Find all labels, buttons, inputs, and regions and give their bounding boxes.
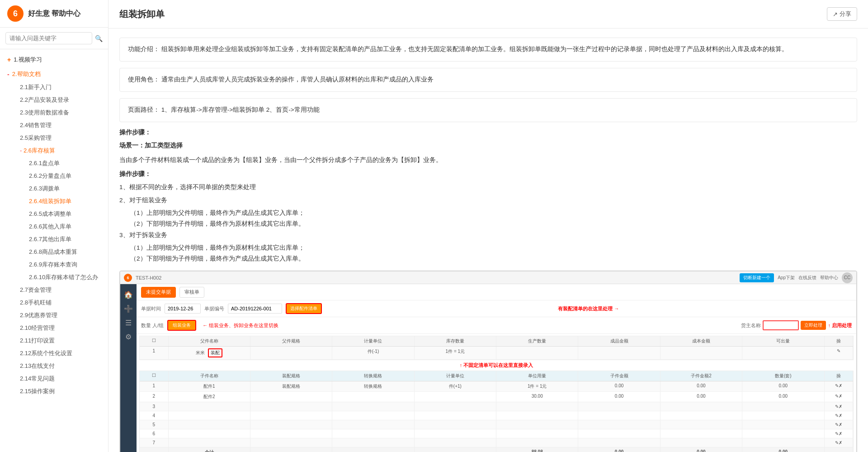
sidebar-subitems-2-6: 2.6.1盘点单 2.6.2分量盘点单 2.6.3调拨单 2.6.4组装拆卸单 … (14, 157, 108, 284)
app-topbar: 6 TEST-H002 切断新建一个 App下架 在线反馈 帮助中心 CC (120, 271, 856, 284)
sidebar-nav: + 1.视频学习 - 2.帮助文档 2.1新手入门 2.2产品安装及登录 2.3… (0, 49, 108, 452)
path-content: 1、库存核算->库存管理->组装拆卸单 2、首页->常用功能 (161, 106, 320, 113)
steps-sub-label: 操作步骤： (119, 170, 857, 178)
feature-intro-label: 功能介绍： (128, 46, 160, 52)
sidebar-item-help-docs[interactable]: - 2.帮助文档 (0, 67, 108, 81)
parent-table: ☐ 父件名称 父件规格 计量单位 库存数量 生产数量 成品金额 成本金额 可出量… (139, 336, 854, 360)
sidebar-item-2-6-2[interactable]: 2.6.2分量盘点单 (24, 170, 108, 182)
search-bar: 🔍 (0, 28, 108, 49)
role-text: 使用角色： 通常由生产人员或库管人员完成拆装业务的操作，库管人员确认原材料的出库… (128, 75, 849, 85)
sidebar-item-2-10[interactable]: 2.10经营管理 (14, 322, 108, 334)
type-btn-group: 组装业务 ← 组装业务、拆卸业务在这里切换 (167, 320, 278, 331)
sub-table-row-7: 7 ✎✗ (140, 438, 853, 447)
sidebar-item-video[interactable]: + 1.视频学习 (0, 53, 108, 67)
list-nav-icon[interactable]: ☰ (120, 316, 137, 330)
feature-intro-box: 功能介绍： 组装拆卸单用来处理企业组装或拆卸等加工业务，支持有固定装配清单的产品… (119, 38, 857, 62)
config-btn[interactable]: 选择配件清单 (286, 303, 322, 314)
content-area: 功能介绍： 组装拆卸单用来处理企业组装或拆卸等加工业务，支持有固定装配清单的产品… (108, 29, 868, 452)
sidebar-item-2-1[interactable]: 2.1新手入门 (14, 81, 108, 94)
sidebar-item-2-9[interactable]: 2.9优惠券管理 (14, 309, 108, 322)
annotation-text-2: ← 组装业务、拆卸业务在这里切换 (203, 322, 278, 329)
row1-name: 米米 (196, 350, 205, 355)
total-row: 合计 88.08 0.00 0.00 0.00 (140, 447, 853, 452)
topbar-feedback: 在线反馈 (798, 275, 816, 281)
sidebar-item-2-14[interactable]: 2.14常见问题 (14, 372, 108, 385)
col-amount: 成品金额 (578, 336, 660, 346)
role-label: 使用角色： (128, 76, 160, 83)
sub-table-row-5: 5 ✎✗ (140, 420, 853, 429)
col-prod: 生产数量 (496, 336, 578, 346)
col-action: 操 (825, 336, 854, 346)
sidebar-item-2-6-9[interactable]: 2.6.9库存账本查询 (24, 258, 108, 271)
type-assembly-btn[interactable]: 组装业务 (167, 320, 196, 331)
search-input[interactable] (5, 32, 92, 44)
date-input[interactable] (165, 304, 201, 314)
type-label: 数量 人/组 (141, 322, 164, 329)
sub-col-op: 操 (825, 371, 854, 381)
app-form-row: 单据时间 单据编号 选择配件清单 有装配清单的在这里处理 → (137, 300, 856, 317)
enable-label: 货主名称 (741, 322, 761, 329)
main-content: 组装拆卸单 ↗ 分享 功能介绍： 组装拆卸单用来处理企业组装或拆卸等加工业务，支… (108, 0, 868, 452)
sidebar-item-label: 2.帮助文档 (12, 70, 41, 78)
enable-region: 货主名称 立即处理 ↑ 启用处理 (741, 320, 852, 330)
sidebar-item-2-8[interactable]: 2.8手机旺铺 (14, 296, 108, 309)
annotated-input[interactable]: 装配 (208, 348, 222, 357)
sidebar-item-2-15[interactable]: 2.15操作案例 (14, 385, 108, 398)
step-3-sub2: （2）下部明细为子件明细，最终作为产成品生成其它入库单。 (119, 253, 857, 264)
sidebar-item-2-6-6[interactable]: 2.6.6其他入库单 (24, 220, 108, 233)
collapse-icon-2-6: - (20, 147, 22, 154)
sidebar-item-2-6-label: 2.6库存核算 (24, 147, 55, 154)
sidebar-item-2-6-4[interactable]: 2.6.4组装拆卸单 (24, 195, 108, 208)
toolbar-btn-review[interactable]: 审核单 (179, 287, 204, 298)
path-text: 页面路径： 1、库存核算->库存管理->组装拆卸单 2、首页->常用功能 (128, 105, 849, 115)
confirm-btn[interactable]: 立即处理 (801, 321, 826, 330)
sidebar-item-2-6-1[interactable]: 2.6.1盘点单 (24, 157, 108, 170)
sub-col-unit: 计量单位 (415, 371, 496, 381)
sidebar-item-2-2[interactable]: 2.2产品安装及登录 (14, 94, 108, 106)
share-label: 分享 (840, 10, 851, 18)
add-nav-icon[interactable]: ➕ (120, 302, 137, 316)
search-button[interactable]: 🔍 (95, 35, 103, 42)
sub-table: ☐ 子件名称 装配规格 转换规格 计量单位 单位用量 子件金额 子件金额2 数量… (139, 371, 854, 452)
sidebar-item-2-12[interactable]: 2.12系统个性化设置 (14, 347, 108, 360)
annotation-text-4: ↑ 不固定清单可以在这里直接录入 (137, 362, 856, 369)
annotation-text-3: ↑ 启用处理 (828, 322, 852, 329)
sidebar-item-2-13[interactable]: 2.13在线支付 (14, 360, 108, 372)
app-toolbar: 未提交单据 审核单 (137, 284, 856, 300)
annotation-region: 选择配件清单 (286, 303, 322, 314)
owner-input[interactable] (763, 320, 799, 330)
sidebar-item-2-11[interactable]: 2.11打印设置 (14, 334, 108, 347)
role-content: 通常由生产人员或库管人员完成拆装业务的操作，库管人员确认原材料的出库和产成品的入… (161, 76, 434, 83)
topbar-company: TEST-H002 (136, 275, 161, 281)
sub-col-spec1: 装配规格 (250, 371, 332, 381)
sub-table-row-6: 6 ✎✗ (140, 429, 853, 438)
home-nav-icon[interactable]: 🏠 (120, 288, 137, 302)
parent-table-row-1: 1 米米 装配 件(-1) 1件 = 1元 (140, 347, 853, 360)
sidebar: 6 好生意 帮助中心 🔍 + 1.视频学习 - 2.帮助文档 2.1新手入门 2… (0, 0, 108, 452)
sidebar-item-2-6-7[interactable]: 2.6.7其他出库单 (24, 233, 108, 246)
sidebar-item-2-6-10[interactable]: 2.6.10库存账本错了怎么办 (24, 271, 108, 284)
sidebar-item-2-3[interactable]: 2.3使用前数据准备 (14, 106, 108, 119)
col-name: 父件名称 (169, 336, 250, 346)
app-side-icons: 🏠 ➕ ☰ ⚙ (120, 284, 137, 452)
sidebar-item-2-6-8[interactable]: 2.6.8商品成本重算 (24, 246, 108, 258)
app-logo-icon: 6 (124, 274, 132, 282)
sidebar-item-2-4[interactable]: 2.4销售管理 (14, 119, 108, 132)
expand-icon: + (7, 56, 11, 63)
col-checkbox: ☐ (140, 336, 169, 346)
sidebar-item-2-6-3[interactable]: 2.6.3调拨单 (24, 182, 108, 195)
sidebar-item-2-6[interactable]: - 2.6库存核算 (14, 144, 108, 157)
sidebar-subitems: 2.1新手入门 2.2产品安装及登录 2.3使用前数据准备 2.4销售管理 2.… (0, 81, 108, 398)
settings-nav-icon[interactable]: ⚙ (120, 330, 137, 344)
share-button[interactable]: ↗ 分享 (827, 7, 857, 21)
app-screenshot: 6 TEST-H002 切断新建一个 App下架 在线反馈 帮助中心 CC (120, 271, 857, 452)
sidebar-item-2-5[interactable]: 2.5采购管理 (14, 132, 108, 144)
sidebar-item-2-6-5[interactable]: 2.6.5成本调整单 (24, 208, 108, 220)
sidebar-item-2-7[interactable]: 2.7资金管理 (14, 284, 108, 296)
topbar-appshop: App下架 (778, 275, 795, 281)
topbar-new-btn[interactable]: 切断新建一个 (740, 273, 774, 282)
code-input[interactable] (228, 304, 282, 314)
sub-table-row-2: 2 配件2 30.00 0.00 0.00 0.00 ✎✗ (140, 392, 853, 402)
toolbar-btn-add[interactable]: 未提交单据 (141, 287, 176, 298)
scene1-title: 场景一：加工类型选择 (119, 140, 857, 151)
